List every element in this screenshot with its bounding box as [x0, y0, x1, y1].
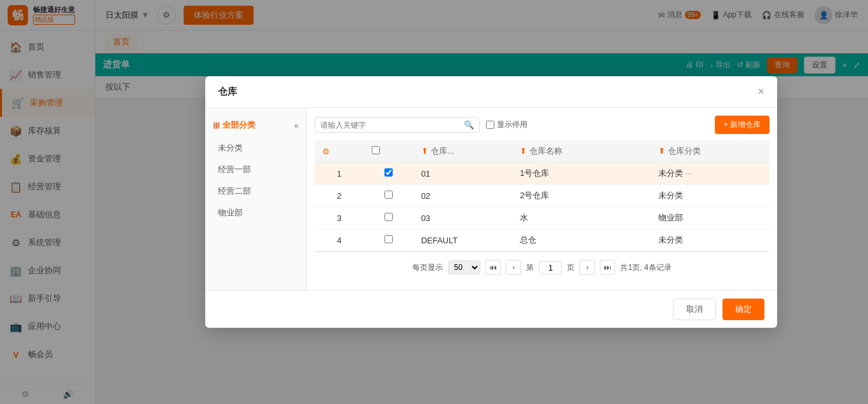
row-category: 物业部 — [651, 207, 770, 229]
modal-category-header: ⊞ 全部分类 « — [205, 116, 306, 137]
row-checkbox[interactable] — [384, 213, 393, 221]
category-grid-icon: ⊞ — [213, 121, 220, 130]
warehouse-table: ⚙ ⬆仓库... ⬆仓库名称 ⬆仓库分类 1 01 1号仓库 未分类 ··· 2… — [315, 140, 770, 252]
row-code: DEFAULT — [414, 229, 513, 252]
category-item-uncategorized[interactable]: 未分类 — [205, 137, 306, 159]
modal-table-area: 🔍 显示停用 + 新增仓库 ⚙ ⬆仓库... ⬆仓库名称 — [307, 108, 777, 290]
row-name: 1号仓库 — [512, 163, 651, 185]
row-checkbox-cell — [364, 163, 414, 185]
th-code: ⬆仓库... — [414, 140, 513, 163]
row-num: 1 — [315, 163, 364, 185]
modal-body: ⊞ 全部分类 « 未分类 经营一部 经营二部 物业部 🔍 显示停用 — [205, 108, 777, 290]
warehouse-search-box: 🔍 — [315, 117, 480, 133]
table-row[interactable]: 1 01 1号仓库 未分类 ··· — [315, 163, 770, 185]
warehouse-modal: 仓库 × ⊞ 全部分类 « 未分类 经营一部 经营二部 物业部 🔍 — [205, 76, 777, 328]
th-gear: ⚙ — [315, 140, 364, 163]
category-item-property[interactable]: 物业部 — [205, 202, 306, 224]
per-page-select[interactable]: 50 100 — [448, 260, 480, 274]
row-num: 2 — [315, 185, 364, 207]
first-page-button[interactable]: ⏮ — [485, 260, 501, 275]
row-checkbox[interactable] — [384, 168, 393, 177]
row-name: 总仓 — [512, 229, 651, 252]
th-name: ⬆仓库名称 — [512, 140, 651, 163]
modal-toolbar: 🔍 显示停用 + 新增仓库 — [315, 116, 770, 134]
row-category: 未分类 — [651, 185, 770, 207]
row-more-icon[interactable]: ··· — [686, 168, 693, 178]
row-num: 4 — [315, 229, 364, 252]
confirm-button[interactable]: 确定 — [722, 299, 764, 320]
table-row[interactable]: 2 02 2号仓库 未分类 — [315, 185, 770, 207]
row-checkbox-cell — [364, 207, 414, 229]
last-page-button[interactable]: ⏭ — [600, 260, 615, 275]
show-disabled-checkbox-label: 显示停用 — [486, 119, 527, 130]
table-container: ⚙ ⬆仓库... ⬆仓库名称 ⬆仓库分类 1 01 1号仓库 未分类 ··· 2… — [315, 140, 770, 252]
warehouse-search-input[interactable] — [320, 121, 460, 130]
row-num: 3 — [315, 207, 364, 229]
th-category: ⬆仓库分类 — [651, 140, 770, 163]
row-checkbox[interactable] — [384, 235, 393, 243]
row-checkbox-cell — [364, 185, 414, 207]
row-code: 01 — [414, 163, 513, 185]
collapse-sidebar-icon[interactable]: « — [294, 121, 299, 130]
modal-pagination: 每页显示 50 100 ⏮ ‹ 第 页 › ⏭ 共1页, 4条记录 — [315, 252, 770, 283]
show-disabled-checkbox[interactable] — [486, 121, 494, 129]
row-name: 水 — [512, 207, 651, 229]
modal-close-button[interactable]: × — [757, 85, 764, 98]
next-page-button[interactable]: › — [580, 260, 595, 275]
prev-page-button[interactable]: ‹ — [506, 260, 521, 275]
table-row[interactable]: 3 03 水 物业部 — [315, 207, 770, 229]
row-name: 2号仓库 — [512, 185, 651, 207]
row-category: 未分类 ··· — [651, 163, 770, 185]
row-category: 未分类 — [651, 229, 770, 252]
row-code: 02 — [414, 185, 513, 207]
category-item-ops1[interactable]: 经营一部 — [205, 159, 306, 180]
modal-header: 仓库 × — [205, 76, 777, 108]
search-icon: 🔍 — [464, 120, 474, 130]
new-warehouse-button[interactable]: + 新增仓库 — [715, 116, 770, 134]
th-checkbox — [364, 140, 414, 163]
category-item-ops2[interactable]: 经营二部 — [205, 180, 306, 202]
modal-category-sidebar: ⊞ 全部分类 « 未分类 经营一部 经营二部 物业部 — [205, 108, 307, 290]
page-number-input[interactable] — [539, 261, 562, 274]
table-row[interactable]: 4 DEFAULT 总仓 未分类 — [315, 229, 770, 252]
modal-footer: 取消 确定 — [205, 290, 777, 328]
cancel-button[interactable]: 取消 — [673, 299, 716, 320]
row-code: 03 — [414, 207, 513, 229]
modal-title: 仓库 — [218, 86, 237, 98]
row-checkbox-cell — [364, 229, 414, 252]
select-all-checkbox[interactable] — [372, 146, 380, 154]
row-checkbox[interactable] — [384, 191, 393, 199]
